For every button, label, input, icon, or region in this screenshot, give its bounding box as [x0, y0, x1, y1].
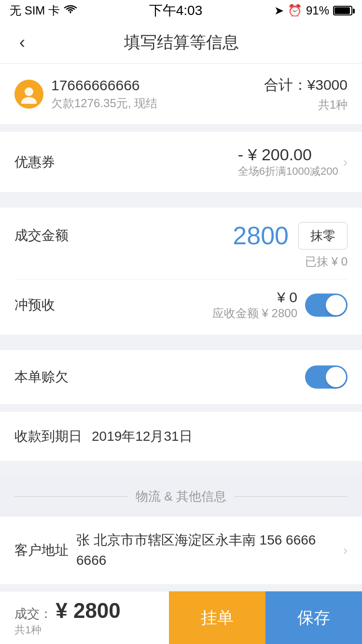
prepay-label: 冲预收 — [14, 296, 55, 314]
avatar — [14, 80, 43, 109]
alarm-icon: ⏰ — [288, 4, 302, 17]
content-area: 17666666666 欠款1276.35元, 现结 合计：¥3000 共1种 … — [0, 64, 362, 644]
customer-info: 17666666666 欠款1276.35元, 现结 — [14, 77, 157, 111]
status-bar: 无 SIM 卡 下午4:03 ➤ ⏰ 91% — [0, 0, 362, 21]
amount-right: 2800 抹零 — [233, 221, 348, 250]
divider-2 — [0, 342, 362, 350]
coupon-label: 优惠券 — [14, 153, 55, 171]
prepay-sub: 应收金额 ¥ 2800 — [212, 306, 297, 321]
coupon-discount: - ¥ 200.00 — [238, 145, 338, 164]
nav-bar: ‹ 填写结算等信息 — [0, 21, 362, 64]
duedate-section: 收款到期日 2019年12月31日 — [0, 412, 362, 461]
amount-sub: 已抹 ¥ 0 — [14, 254, 348, 269]
amount-label: 成交金额 — [14, 226, 69, 245]
toggle-knob — [326, 295, 346, 315]
svg-point-1 — [21, 97, 37, 104]
hold-button[interactable]: 挂单 — [169, 591, 265, 644]
debt-section: 本单赊欠 — [0, 350, 362, 404]
logistics-line-right — [234, 496, 348, 497]
address-label: 客户地址 — [14, 541, 69, 560]
amount-row: 成交金额 2800 抹零 — [14, 221, 348, 250]
page-title: 填写结算等信息 — [40, 31, 323, 54]
prepay-value-block: ¥ 0 应收金额 ¥ 2800 — [212, 289, 297, 321]
signal-text: 无 SIM 卡 — [10, 3, 60, 18]
status-time: 下午4:03 — [149, 1, 203, 20]
customer-detail: 17666666666 欠款1276.35元, 现结 — [51, 77, 157, 111]
divider-1 — [0, 200, 362, 208]
status-right: ➤ ⏰ 91% — [274, 4, 352, 17]
footer-amount: ¥ 2800 — [56, 599, 121, 622]
battery-icon — [333, 6, 352, 15]
duedate-value: 2019年12月31日 — [92, 427, 193, 446]
coupon-row[interactable]: 优惠券 - ¥ 200.00 全场6折满1000减200 › — [0, 132, 362, 192]
battery-percent: 91% — [306, 4, 329, 17]
status-left: 无 SIM 卡 — [10, 3, 77, 18]
hold-button-label: 挂单 — [201, 607, 234, 629]
debt-toggle[interactable] — [305, 365, 348, 389]
coupon-value-block: - ¥ 200.00 全场6折满1000减200 — [238, 145, 338, 179]
coupon-desc: 全场6折满1000减200 — [238, 164, 338, 179]
logistics-label: 物流 & 其他信息 — [136, 488, 226, 505]
prepay-right: ¥ 0 应收金额 ¥ 2800 — [212, 289, 348, 321]
coupon-section: 优惠券 - ¥ 200.00 全场6折满1000减200 › — [0, 132, 362, 192]
save-button-label: 保存 — [297, 607, 330, 629]
debt-label: 本单赊欠 — [14, 368, 69, 386]
duedate-label: 收款到期日 — [14, 427, 82, 446]
save-button[interactable]: 保存 — [265, 591, 362, 644]
location-icon: ➤ — [274, 4, 284, 17]
footer-count: 共1种 — [14, 623, 154, 637]
footer: 成交： ¥ 2800 共1种 挂单 保存 — [0, 591, 362, 644]
footer-deal-label: 成交： ¥ 2800 — [14, 599, 154, 623]
debt-toggle-knob — [326, 367, 346, 387]
prepay-toggle[interactable] — [305, 294, 348, 317]
customer-owe: 欠款1276.35元, 现结 — [51, 96, 157, 111]
prepay-row: 冲预收 ¥ 0 应收金额 ¥ 2800 — [14, 289, 348, 321]
customer-card: 17666666666 欠款1276.35元, 现结 合计：¥3000 共1种 — [0, 64, 362, 124]
amount-value: 2800 — [233, 221, 289, 250]
svg-point-0 — [25, 87, 33, 96]
logistics-line-left — [14, 496, 128, 497]
wifi-icon — [64, 4, 77, 17]
coupon-right: - ¥ 200.00 全场6折满1000减200 › — [238, 145, 348, 179]
footer-info: 成交： ¥ 2800 共1种 — [0, 599, 169, 637]
total-info: 合计：¥3000 共1种 — [264, 75, 348, 112]
divider-3 — [0, 469, 362, 476]
round-down-button[interactable]: 抹零 — [298, 222, 348, 250]
chevron-right-icon: › — [343, 154, 348, 170]
amount-section: 成交金额 2800 抹零 已抹 ¥ 0 冲预收 ¥ 0 应收金额 ¥ 2800 — [0, 208, 362, 335]
total-value: ¥3000 — [307, 77, 348, 93]
back-button[interactable]: ‹ — [14, 28, 30, 57]
customer-phone: 17666666666 — [51, 77, 157, 94]
prepay-zero: ¥ 0 — [212, 289, 297, 306]
footer-deal-text: 成交： — [14, 606, 52, 621]
total-amount: 合计：¥3000 — [264, 75, 348, 95]
address-section[interactable]: 客户地址 张 北京市市辖区海淀区永丰南 156 6666 6666 › — [0, 517, 362, 584]
total-count: 共1种 — [264, 97, 348, 112]
total-label: 合计： — [264, 77, 307, 93]
address-value: 张 北京市市辖区海淀区永丰南 156 6666 6666 — [69, 530, 343, 571]
logistics-header: 物流 & 其他信息 — [0, 476, 362, 517]
address-chevron-icon: › — [343, 543, 348, 558]
